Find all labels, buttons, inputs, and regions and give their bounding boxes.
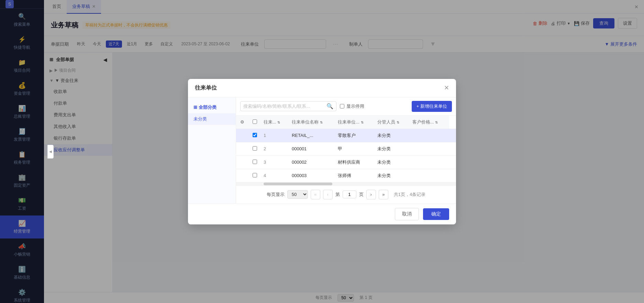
show-disabled-checkbox-label[interactable]: 显示停用: [340, 103, 364, 109]
row-name: 材料供应商: [335, 155, 375, 169]
row-name: 张师傅: [335, 169, 375, 182]
first-page-button[interactable]: «: [311, 190, 320, 199]
row-num: 2: [261, 142, 289, 155]
row-checkbox[interactable]: [248, 169, 261, 182]
confirm-button[interactable]: 确定: [423, 208, 449, 220]
table-scrollbar[interactable]: [236, 183, 456, 185]
page-label: 页: [359, 191, 364, 198]
row-code: 000003: [289, 169, 335, 182]
modal-sidebar-uncategorized[interactable]: 未分类: [188, 113, 236, 125]
row-salesperson: [410, 169, 449, 182]
row-num: 4: [261, 169, 289, 182]
table-row[interactable]: 4 000003 张师傅 未分类: [236, 169, 456, 182]
modal-pagination: 每页显示 50 100 200 « ‹ 第 页 › » 共1页，4条记录: [236, 185, 456, 203]
col-settings-header[interactable]: ⚙: [236, 116, 248, 129]
row-checkbox[interactable]: [248, 129, 261, 142]
total-info: 共1页，4条记录: [394, 191, 425, 198]
row-settings[interactable]: [236, 142, 248, 155]
partner-table: ⚙ 往来... ⇅ 往来单位名称 ⇅ 往来单位... ⇅: [236, 116, 456, 183]
row-checkbox[interactable]: [248, 142, 261, 155]
row-category: 未分类: [375, 129, 409, 142]
row-settings[interactable]: [236, 169, 248, 182]
search-icon: 🔍: [326, 103, 333, 109]
row-category: 未分类: [375, 155, 409, 169]
row-name: 甲: [335, 142, 375, 155]
col-category-header[interactable]: 往来单位... ⇅: [335, 116, 375, 129]
table-row[interactable]: 1 RETAIL_... 零散客户 未分类: [236, 129, 456, 142]
page-label-pre: 第: [335, 191, 340, 198]
per-page-label: 每页显示: [267, 191, 285, 198]
modal-close-button[interactable]: ✕: [444, 85, 449, 91]
select-all-checkbox[interactable]: [253, 119, 257, 124]
col-code-header[interactable]: 往来... ⇅: [261, 116, 289, 129]
table-row[interactable]: 3 000002 材料供应商 未分类: [236, 155, 456, 169]
last-page-button[interactable]: »: [379, 190, 388, 199]
modal-sidebar: ⊞ 全部分类 未分类 ◀: [188, 97, 236, 203]
row-price: [449, 129, 456, 142]
modal-body: ⊞ 全部分类 未分类 ◀ 🔍: [188, 97, 456, 203]
scrollbar-thumb[interactable]: [264, 183, 332, 185]
row-checkbox[interactable]: [248, 155, 261, 169]
modal-overlay: 往来单位 ✕ ⊞ 全部分类 未分类 ◀: [0, 0, 644, 303]
next-page-button[interactable]: ›: [366, 190, 376, 199]
row-code: 000001: [289, 142, 335, 155]
modal-main: 🔍 显示停用 + 新增往来单位 ⚙: [236, 97, 456, 203]
row-code: RETAIL_...: [289, 129, 335, 142]
row-category: 未分类: [375, 169, 409, 182]
search-input-wrap: 🔍: [240, 101, 336, 111]
add-new-partner-button[interactable]: + 新增往来单位: [412, 101, 452, 112]
row-num: 3: [261, 155, 289, 169]
modal-footer: 取消 确定: [188, 203, 456, 224]
row-price: [449, 155, 456, 169]
show-disabled-checkbox[interactable]: [340, 104, 344, 108]
row-name: 零散客户: [335, 129, 375, 142]
col-name-header[interactable]: 往来单位名称 ⇅: [289, 116, 335, 129]
partner-modal: 往来单位 ✕ ⊞ 全部分类 未分类 ◀: [188, 79, 456, 224]
search-input[interactable]: [243, 104, 325, 109]
table-row[interactable]: 2 000001 甲 未分类: [236, 142, 456, 155]
row-price: [449, 169, 456, 182]
page-number-input[interactable]: [343, 190, 356, 198]
row-settings[interactable]: [236, 155, 248, 169]
modal-header: 往来单位 ✕: [188, 79, 456, 97]
col-salesperson-header[interactable]: 分管人员 ⇅: [375, 116, 409, 129]
grid-icon: ⊞: [193, 105, 197, 110]
col-checkbox-header[interactable]: [248, 116, 261, 129]
modal-title: 往来单位: [195, 84, 217, 92]
prev-page-button[interactable]: ‹: [323, 190, 333, 199]
col-price-header[interactable]: 客户价格... ⇅: [410, 116, 449, 129]
modal-table: ⚙ 往来... ⇅ 往来单位名称 ⇅ 往来单位... ⇅: [236, 116, 456, 183]
row-code: 000002: [289, 155, 335, 169]
row-salesperson: [410, 129, 449, 142]
modal-toolbar: 🔍 显示停用 + 新增往来单位: [236, 97, 456, 116]
per-page-select[interactable]: 50 100 200: [287, 190, 308, 199]
row-settings[interactable]: [236, 129, 248, 142]
row-salesperson: [410, 155, 449, 169]
modal-sidebar-all-category[interactable]: ⊞ 全部分类: [188, 102, 236, 113]
cancel-button[interactable]: 取消: [395, 208, 419, 220]
row-salesperson: [410, 142, 449, 155]
row-price: [449, 142, 456, 155]
row-num: 1: [261, 129, 289, 142]
row-category: 未分类: [375, 142, 409, 155]
